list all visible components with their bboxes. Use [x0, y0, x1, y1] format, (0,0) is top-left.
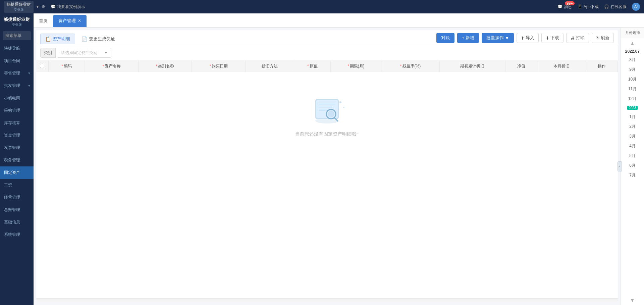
category-select[interactable]: 请选择固定资产类别 ▼	[58, 48, 111, 58]
tab-home[interactable]: 首页	[34, 15, 53, 27]
sidebar-item-basic-info[interactable]: 基础信息	[0, 216, 34, 228]
print-button[interactable]: 🖨 打印	[566, 33, 589, 43]
current-year-display: 2022.07	[621, 48, 644, 55]
sidebar: 畅捷通好业财 专业版 搜索菜单 快捷导航 项目合同 零售管理 ▼ 批发管理 ▼ …	[0, 13, 34, 305]
search-menu-button[interactable]: 搜索菜单	[3, 31, 31, 40]
refresh-button[interactable]: ↻ 刷新	[592, 33, 614, 43]
asset-table: *编码 *资产名称 *类别名称 *购买日期 折旧方法 *原值 *期限(月) *残…	[36, 61, 618, 72]
empty-state: 当前您还没有固定资产明细哦~	[36, 72, 618, 157]
month-panel-collapse-button[interactable]: ›	[618, 161, 622, 171]
top-bar: 畅捷通好业财 专业版 ▼ ⚙ 💬 我要看实例演示 💬 消息 99+ 📱 App下…	[0, 0, 644, 13]
month-item-4[interactable]: 4月	[621, 141, 644, 151]
month-up-arrow[interactable]: ▲	[621, 38, 644, 48]
chevron-down-icon: ▼	[505, 36, 509, 41]
svg-point-9	[339, 101, 341, 103]
settings-icon[interactable]: ⚙	[42, 4, 45, 9]
page-content: 📋 资产明细 📄 变更生成凭证 对账 + 新增 批量操作 ▼	[34, 28, 644, 305]
sidebar-item-retail[interactable]: 零售管理 ▼	[0, 67, 34, 80]
month-item-8[interactable]: 8月	[621, 55, 644, 65]
refresh-icon: ↻	[596, 36, 600, 41]
chevron-down-icon: ▼	[104, 51, 108, 55]
table-header-row: *编码 *资产名称 *类别名称 *购买日期 折旧方法 *原值 *期限(月) *残…	[36, 61, 618, 72]
svg-point-11	[338, 109, 339, 110]
col-operation: 操作	[586, 61, 618, 72]
filter-bar: 类别 请选择固定资产类别 ▼	[36, 45, 618, 61]
category-filter[interactable]: 类别 请选择固定资产类别 ▼	[40, 48, 111, 58]
download-button[interactable]: ⬇ 下载	[541, 33, 564, 43]
sidebar-item-general-ledger[interactable]: 总账管理	[0, 204, 34, 216]
month-down-arrow[interactable]: ▼	[621, 296, 644, 305]
horizontal-scrollbar[interactable]	[36, 298, 618, 302]
tab-bar: 首页 资产管理 ✕	[34, 13, 644, 28]
sidebar-item-quicknav[interactable]: 快捷导航	[0, 42, 34, 55]
month-item-2[interactable]: 2月	[621, 122, 644, 132]
reconcile-button[interactable]: 对账	[436, 33, 454, 43]
add-button[interactable]: + 新增	[457, 33, 479, 43]
app-title: 畅捷通好业财	[3, 17, 31, 22]
sidebar-item-invoice[interactable]: 发票管理	[0, 142, 34, 154]
company-info: 畅捷通好业财 专业版 ▼ ⚙ 💬 我要看实例演示	[4, 1, 85, 13]
col-period: *期限(月)	[331, 61, 381, 72]
chevron-down-icon: ▼	[28, 84, 31, 88]
sidebar-item-fixed-assets[interactable]: 固定资产	[0, 166, 34, 179]
month-item-1[interactable]: 1月	[621, 112, 644, 122]
sidebar-item-system[interactable]: 系统管理	[0, 228, 34, 241]
sidebar-item-operation[interactable]: 经营管理	[0, 191, 34, 204]
sidebar-logo: 畅捷通好业财 专业版	[0, 13, 34, 29]
main-panel: 📋 资产明细 📄 变更生成凭证 对账 + 新增 批量操作 ▼	[36, 30, 618, 302]
sub-tab-change-voucher[interactable]: 📄 变更生成凭证	[76, 34, 120, 44]
edition-label: 专业版	[7, 7, 31, 12]
month-item-10[interactable]: 10月	[621, 74, 644, 84]
col-purchase-date: *购买日期	[192, 61, 245, 72]
month-item-7-2023[interactable]: 7月	[621, 170, 644, 180]
month-item-12[interactable]: 12月	[621, 94, 644, 104]
select-all-checkbox[interactable]	[40, 64, 44, 68]
col-monthly-depreciation: 本月折旧	[537, 61, 586, 72]
chevron-down-icon: ▼	[28, 71, 31, 75]
month-item-6[interactable]: 6月	[621, 161, 644, 170]
tab-close-icon[interactable]: ✕	[78, 18, 81, 23]
col-accumulated: 期初累计折旧	[439, 61, 505, 72]
col-depreciation-method: 折旧方法	[245, 61, 294, 72]
empty-text: 当前您还没有固定资产明细哦~	[295, 131, 359, 137]
import-button[interactable]: ⬆ 导入	[517, 33, 539, 43]
sidebar-item-batch[interactable]: 批发管理 ▼	[0, 80, 34, 92]
sub-tab-bar: 📋 资产明细 📄 变更生成凭证 对账 + 新增 批量操作 ▼	[36, 30, 618, 45]
month-panel: › 月份选择 ▲ 2022.07 8月 9月 10月 11月 12月 2023 …	[621, 28, 644, 305]
table-wrap: *编码 *资产名称 *类别名称 *购买日期 折旧方法 *原值 *期限(月) *残…	[36, 61, 618, 298]
print-icon: 🖨	[571, 36, 575, 41]
sidebar-item-finance[interactable]: 资金管理	[0, 129, 34, 142]
main-layout: 畅捷通好业财 专业版 搜索菜单 快捷导航 项目合同 零售管理 ▼ 批发管理 ▼ …	[0, 13, 644, 305]
avatar[interactable]: Ai	[632, 3, 640, 11]
app-edition: 专业版	[3, 22, 31, 27]
month-item-11[interactable]: 11月	[621, 84, 644, 94]
month-item-3[interactable]: 3月	[621, 132, 644, 141]
tab-asset-management[interactable]: 资产管理 ✕	[53, 15, 87, 27]
message-button[interactable]: 💬 消息 99+	[557, 4, 572, 10]
col-residual-rate: *残值率(%)	[381, 61, 440, 72]
online-service-button[interactable]: 🎧 在线客服	[604, 4, 627, 10]
sidebar-item-inventory[interactable]: 库存核算	[0, 117, 34, 129]
svg-point-10	[343, 107, 344, 108]
sidebar-item-tax[interactable]: 税务管理	[0, 154, 34, 166]
month-panel-header: 月份选择	[621, 28, 644, 38]
sidebar-search-area[interactable]: 搜索菜单	[0, 29, 34, 42]
batch-operation-button[interactable]: 批量操作 ▼	[482, 33, 514, 43]
company-name[interactable]: 畅捷通好业财 专业版	[4, 1, 34, 13]
app-download-button[interactable]: 📱 App下载	[577, 4, 599, 10]
col-code: *编码	[48, 61, 85, 72]
month-item-5[interactable]: 5月	[621, 151, 644, 161]
company-dropdown[interactable]: ▼	[36, 4, 40, 9]
sidebar-item-ecommerce[interactable]: 小畅电商	[0, 92, 34, 104]
message-count: 99+	[565, 1, 575, 5]
demo-link[interactable]: 💬 我要看实例演示	[51, 4, 85, 10]
sub-tab-asset-detail[interactable]: 📋 资产明细	[40, 34, 75, 44]
select-all-checkbox-header[interactable]	[36, 61, 48, 72]
content-area: 首页 资产管理 ✕ 📋 资产明细 📄 变更生成凭证	[34, 13, 644, 305]
sidebar-item-salary[interactable]: 工资	[0, 179, 34, 191]
sidebar-item-project[interactable]: 项目合同	[0, 55, 34, 67]
sidebar-item-purchase[interactable]: 采购管理	[0, 104, 34, 117]
month-item-9[interactable]: 9月	[621, 65, 644, 74]
top-bar-right: 💬 消息 99+ 📱 App下载 🎧 在线客服 Ai	[557, 3, 640, 11]
col-net-value: 净值	[505, 61, 537, 72]
